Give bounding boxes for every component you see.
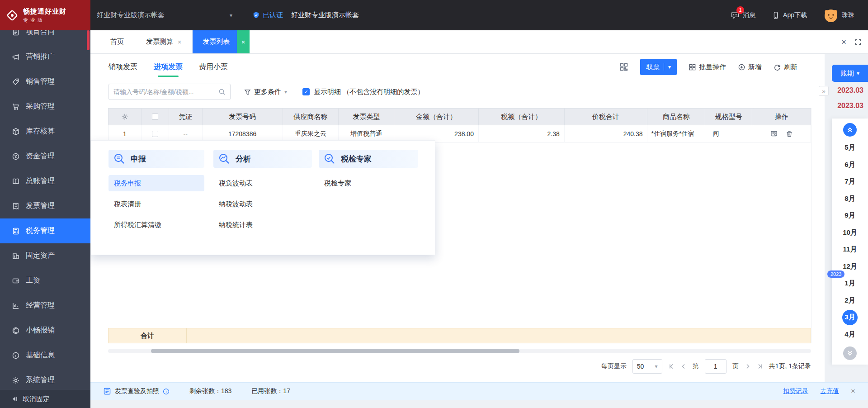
sidebar-item-purchase[interactable]: 采购管理	[0, 94, 90, 119]
sidebar-item-invoice[interactable]: 发票管理	[0, 194, 90, 218]
horizontal-scrollbar[interactable]	[108, 349, 811, 353]
cell-spec: 间	[705, 125, 752, 142]
select-all-cell	[142, 109, 169, 125]
header-invoice-no[interactable]: 发票号码	[203, 109, 283, 125]
page-number-input[interactable]	[705, 359, 726, 374]
tab-home[interactable]: 首页	[99, 30, 135, 53]
menu-item-tax-declaration[interactable]: 税务申报	[108, 175, 204, 191]
checkbox-checked-icon[interactable]: ✓	[302, 88, 310, 95]
menu-item-tax-payment-fluctuation[interactable]: 纳税波动表	[213, 196, 312, 212]
month-item-mar-active[interactable]: 3月	[832, 309, 868, 326]
page-prefix: 第	[693, 362, 699, 370]
sidebar-item-tax[interactable]: 税务管理	[0, 218, 90, 243]
analysis-chart-icon	[217, 152, 231, 166]
month-item-nov[interactable]: 11月	[832, 241, 868, 258]
info-icon[interactable]	[163, 388, 170, 395]
recharge-link[interactable]: 去充值	[820, 387, 839, 395]
collapse-rail-button[interactable]: »	[819, 86, 829, 96]
add-new-button[interactable]: 新增	[738, 63, 762, 71]
header-spec[interactable]: 规格型号	[705, 109, 752, 125]
sidebar-item-system[interactable]: 系统管理	[0, 368, 90, 393]
invoice-table: 凭证 发票号码 供应商名称 发票类型 金额（合计） 税额（合计） 价税合计 商品…	[108, 108, 811, 142]
sidebar-item-funds[interactable]: 资金管理	[0, 144, 90, 169]
fullscreen-icon[interactable]	[854, 38, 862, 46]
invoice-check-button[interactable]: 发票查验及拍照	[103, 387, 170, 395]
subtab-expense-receipts[interactable]: 费用小票	[199, 54, 228, 80]
menu-item-income-tax-settlement[interactable]: 所得税汇算清缴	[108, 217, 204, 233]
month-item-feb[interactable]: 2月	[832, 292, 868, 309]
month-item-aug[interactable]: 8月	[832, 190, 868, 208]
search-input[interactable]	[113, 88, 218, 95]
messages-button[interactable]: 1 消息	[731, 11, 755, 20]
fetch-invoice-button[interactable]: 取票 ▾	[640, 59, 677, 75]
menu-item-tax-expert[interactable]: 税检专家	[319, 175, 418, 191]
chart-icon	[12, 302, 20, 310]
select-all-checkbox[interactable]	[152, 114, 158, 120]
close-all-tabs-icon[interactable]: ×	[841, 37, 846, 47]
close-bar-icon[interactable]: ×	[851, 387, 855, 396]
menu-item-tax-burden-fluctuation[interactable]: 税负波动表	[213, 175, 312, 191]
view-invoice-icon[interactable]	[770, 130, 778, 138]
subtab-output-invoices[interactable]: 销项发票	[108, 54, 137, 80]
row-index: 1	[108, 125, 142, 142]
subtab-input-invoices[interactable]: 进项发票	[154, 54, 183, 80]
row-checkbox[interactable]	[152, 131, 158, 137]
first-page-icon[interactable]	[668, 363, 675, 370]
header-supplier[interactable]: 供应商名称	[283, 109, 339, 125]
sidebar-scrollbar[interactable]	[87, 30, 90, 50]
tab-invoice-calc[interactable]: 发票测算 ×	[135, 30, 193, 53]
sidebar-item-project-contract[interactable]: 项目合同	[0, 30, 90, 44]
sidebar-item-basic-info[interactable]: 基础信息	[0, 343, 90, 368]
month-item-oct[interactable]: 10月	[832, 224, 868, 242]
header-tax[interactable]: 税额（合计）	[479, 109, 565, 125]
month-item-apr[interactable]: 4月	[832, 326, 868, 343]
sidebar-item-sales[interactable]: 销售管理	[0, 69, 90, 94]
sidebar-item-reimburse[interactable]: 小畅报销	[0, 318, 90, 343]
month-item-may[interactable]: 5月	[832, 139, 868, 157]
menu-item-tax-statistics[interactable]: 纳税统计表	[213, 217, 312, 233]
column-settings-cell[interactable]	[108, 109, 142, 125]
header-invoice-type[interactable]: 发票类型	[339, 109, 394, 125]
close-tab-icon[interactable]: ×	[237, 30, 250, 53]
tax-management-menu: 申报 税务申报 税表清册 所得税汇算清缴 分析 税负波动表 纳税波动表 纳税统计…	[90, 140, 435, 255]
scan-qr-icon[interactable]	[619, 62, 628, 71]
sidebar-item-payroll[interactable]: 工资	[0, 268, 90, 293]
show-detail-toggle[interactable]: ✓ 显示明细 （不包含没有明细的发票）	[302, 88, 424, 96]
delete-icon[interactable]	[786, 130, 793, 138]
sidebar-item-inventory[interactable]: 库存核算	[0, 119, 90, 144]
sidebar-item-marketing[interactable]: 营销推广	[0, 44, 90, 69]
per-page-select[interactable]: 50 ▾	[632, 359, 662, 374]
menu-item-tax-form-register[interactable]: 税表清册	[108, 196, 204, 212]
sidebar-item-operations[interactable]: 经营管理	[0, 293, 90, 318]
month-item-jul[interactable]: 7月	[832, 173, 868, 190]
header-voucher[interactable]: 凭证	[169, 109, 203, 125]
year-badge: 2023	[827, 270, 844, 278]
search-icon[interactable]	[218, 88, 226, 95]
account-set-selector[interactable]: 好业财专业版演示帐套 ▾	[97, 11, 232, 19]
close-tab-icon[interactable]: ×	[178, 38, 181, 46]
tab-invoice-list[interactable]: 发票列表 ×	[193, 30, 250, 53]
month-item-sep[interactable]: 9月	[832, 207, 868, 224]
header-product[interactable]: 商品名称	[647, 109, 705, 125]
header-amount[interactable]: 金额（合计）	[394, 109, 479, 125]
sidebar-item-fixed-assets[interactable]: 固定资产	[0, 243, 90, 268]
fee-records-link[interactable]: 扣费记录	[783, 387, 808, 395]
period-button[interactable]: 账期 ▾	[832, 65, 868, 82]
user-menu[interactable]: 珠珠	[823, 8, 854, 23]
scrollbar-thumb[interactable]	[151, 349, 519, 353]
month-item-jun[interactable]: 6月	[832, 157, 868, 174]
batch-actions-button[interactable]: 批量操作	[689, 63, 726, 71]
more-conditions-button[interactable]: 更多条件 ▾	[244, 88, 287, 96]
tag-icon	[12, 78, 20, 86]
refresh-button[interactable]: 刷新	[774, 63, 797, 71]
app-download-button[interactable]: App下载	[772, 11, 807, 19]
scroll-months-up-button[interactable]	[843, 123, 857, 137]
header-total[interactable]: 价税合计	[565, 109, 648, 125]
next-page-icon[interactable]	[745, 363, 751, 370]
unpin-sidebar-button[interactable]: 取消固定	[0, 390, 90, 408]
sidebar-item-general-ledger[interactable]: 总账管理	[0, 169, 90, 194]
prev-page-icon[interactable]	[680, 363, 687, 370]
cell-total: 240.38	[565, 125, 648, 142]
scroll-months-down-button[interactable]	[843, 346, 857, 360]
last-page-icon[interactable]	[757, 363, 763, 370]
